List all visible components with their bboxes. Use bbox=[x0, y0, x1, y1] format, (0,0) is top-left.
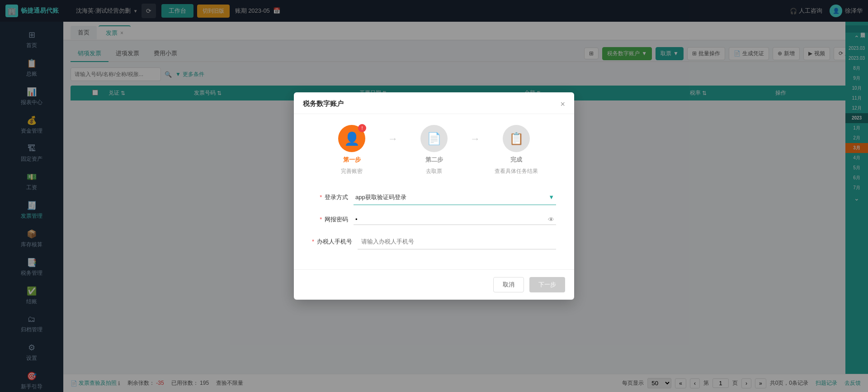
step-3-label: 完成 bbox=[510, 156, 522, 164]
step-arrow-2: → bbox=[470, 133, 480, 145]
tax-account-dialog: 税务数字账户 × 👤 ! 第一步 完善账密 → bbox=[294, 92, 574, 300]
step-1: 👤 ! 第一步 完善账密 bbox=[316, 125, 388, 175]
cancel-button[interactable]: 取消 bbox=[493, 277, 524, 292]
dialog-header: 税务数字账户 × bbox=[294, 92, 574, 114]
login-method-row: * 登录方式 app获取验证码登录 ▼ bbox=[312, 190, 556, 205]
step-3: 📋 完成 查看具体任务结果 bbox=[480, 125, 552, 175]
step-3-icon: 📋 bbox=[503, 125, 530, 152]
dialog-close-button[interactable]: × bbox=[560, 100, 565, 108]
step-3-desc: 查看具体任务结果 bbox=[495, 167, 538, 175]
password-label: * 网报密码 bbox=[312, 215, 348, 224]
phone-label: * 办税人手机号 bbox=[312, 238, 352, 246]
step-1-label: 第一步 bbox=[343, 156, 361, 164]
step-1-desc: 完善账密 bbox=[341, 167, 363, 175]
next-button[interactable]: 下一步 bbox=[529, 277, 565, 292]
person-card-icon: 👤 bbox=[344, 131, 360, 146]
password-input-wrap: 👁 bbox=[354, 214, 556, 225]
step-2-icon: 📄 bbox=[420, 125, 448, 152]
toggle-password-icon[interactable]: 👁 bbox=[546, 216, 556, 223]
steps-indicator: 👤 ! 第一步 完善账密 → 📄 第二步 去取票 → bbox=[312, 125, 556, 175]
dialog-overlay: 税务数字账户 × 👤 ! 第一步 完善账密 → bbox=[0, 0, 868, 392]
dialog-body: 👤 ! 第一步 完善账密 → 📄 第二步 去取票 → bbox=[294, 114, 574, 269]
step-1-icon: 👤 ! bbox=[338, 125, 365, 152]
login-method-label: * 登录方式 bbox=[312, 193, 348, 201]
clipboard-icon: 📋 bbox=[509, 132, 524, 146]
phone-input-container bbox=[358, 234, 556, 249]
phone-row: * 办税人手机号 bbox=[312, 234, 556, 249]
dialog-title: 税务数字账户 bbox=[303, 100, 344, 108]
select-dropdown-icon: ▼ bbox=[548, 194, 554, 201]
document-icon: 📄 bbox=[427, 132, 441, 146]
step-1-badge: ! bbox=[358, 124, 366, 132]
dialog-footer: 取消 下一步 bbox=[294, 269, 574, 300]
phone-input[interactable] bbox=[359, 236, 554, 247]
password-row: * 网报密码 👁 bbox=[312, 214, 556, 225]
step-arrow-1: → bbox=[388, 133, 398, 145]
step-2-label: 第二步 bbox=[425, 156, 443, 164]
login-method-select[interactable]: app获取验证码登录 ▼ bbox=[354, 190, 556, 205]
step-2-desc: 去取票 bbox=[426, 167, 442, 175]
password-input[interactable] bbox=[354, 214, 546, 225]
step-2: 📄 第二步 去取票 bbox=[398, 125, 470, 175]
